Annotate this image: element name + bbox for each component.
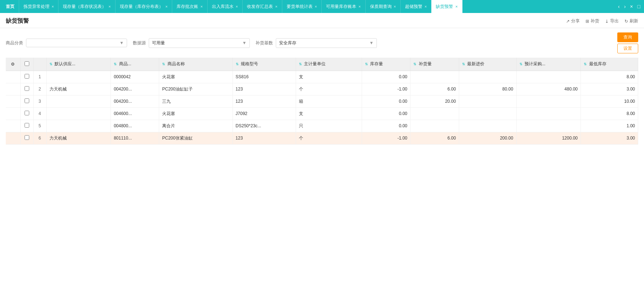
row-checkbox-cell[interactable] (20, 83, 33, 95)
row-est-purchase (516, 107, 581, 120)
replenish-base-filter-group: 补货基数 安全库存 ▼ (256, 38, 377, 48)
row-stock: 0.00 (362, 95, 410, 107)
col-est-purchase[interactable]: ⇅ 预计采购... (516, 58, 581, 71)
col-sort-icon-6: ⇅ (365, 62, 368, 66)
tab-abnormal-close[interactable]: × (52, 4, 54, 9)
query-button[interactable]: 查询 (617, 32, 638, 42)
row-supplier (46, 95, 111, 107)
replenish-base-select[interactable]: 安全库存 ▼ (276, 38, 377, 48)
tab-shortage-close[interactable]: × (455, 4, 457, 9)
settings-button[interactable]: 设置 (617, 44, 638, 53)
row-spec: 123 (232, 83, 296, 95)
col-checkbox[interactable] (20, 58, 33, 71)
row-checkbox-cell[interactable] (20, 107, 33, 120)
tab-available-ledger[interactable]: 可用量库存账本 × (322, 0, 365, 13)
row-checkbox[interactable] (25, 74, 29, 79)
tab-receive-summary-close[interactable]: × (275, 4, 277, 9)
col-unit[interactable]: ⇅ 主计量单位 (296, 58, 362, 71)
row-spec: DS250*23c... (232, 120, 296, 132)
table-body: 1 0000042 火花塞 SS816 支 0.00 8.00 2 力天机械 0… (6, 71, 638, 144)
row-replenish-qty (410, 71, 459, 83)
tab-shortage-label: 缺货预警 (436, 4, 453, 10)
row-product-name: 火花塞 (159, 71, 232, 83)
tab-overstock[interactable]: 超储预警 × (401, 0, 431, 13)
col-default-supplier[interactable]: ⇅ 默认供应... (46, 58, 111, 71)
col-latest-price[interactable]: ⇅ 最新进价 (459, 58, 516, 71)
tab-order-stats[interactable]: 要货单统计表 × (282, 0, 322, 13)
col-default-supplier-label: 默认供应... (55, 61, 75, 66)
row-replenish-qty: 6.00 (410, 83, 459, 95)
col-stock[interactable]: ⇅ 库存量 (362, 58, 410, 71)
datasource-label: 数据源 (133, 40, 146, 46)
tab-available-ledger-close[interactable]: × (358, 4, 361, 9)
col-sort-icon-8: ⇅ (462, 62, 465, 66)
tab-order-stats-close[interactable]: × (315, 4, 317, 9)
tab-expiry-close[interactable]: × (394, 4, 396, 9)
share-icon: ↗ (566, 19, 570, 24)
table-row: 4 004600... 火花塞 J7092 支 0.00 8.00 (6, 107, 638, 120)
row-checkbox[interactable] (25, 135, 29, 140)
tab-shortage[interactable]: 缺货预警 × (431, 0, 462, 13)
row-stock: -1.00 (362, 83, 410, 95)
row-product-name: PC200张紧油缸 (159, 132, 232, 144)
row-latest-price (459, 95, 516, 107)
tab-abnormal[interactable]: 拣货异常处理 × (19, 0, 58, 13)
tab-abnormal-label: 拣货异常处理 (23, 4, 49, 10)
tab-expiry[interactable]: 保质期查询 × (366, 0, 401, 13)
row-checkbox[interactable] (25, 86, 29, 91)
tab-expiry-label: 保质期查询 (370, 4, 392, 10)
tab-overstock-close[interactable]: × (425, 4, 427, 9)
share-button[interactable]: ↗ 分享 (566, 18, 580, 24)
row-latest-price (459, 120, 516, 132)
tab-home-label: 首页 (6, 4, 14, 10)
row-spec: SS816 (232, 71, 296, 83)
col-product-name[interactable]: ⇅ 商品名称 (159, 58, 232, 71)
row-product-name: PC200油缸缸子 (159, 83, 232, 95)
row-num: 2 (33, 83, 46, 95)
row-checkbox-cell[interactable] (20, 120, 33, 132)
row-stock: 0.00 (362, 71, 410, 83)
row-stock: 0.00 (362, 120, 410, 132)
tab-inout-flow[interactable]: 出入库流水 × (208, 0, 243, 13)
tab-close-all-btn[interactable]: × (628, 4, 635, 9)
row-checkbox-cell[interactable] (20, 95, 33, 107)
tab-inventory-status[interactable]: 现存量（库存状况表） × (58, 0, 115, 13)
category-select[interactable]: ▼ (26, 39, 127, 47)
tab-overstock-label: 超储预警 (405, 4, 422, 10)
share-label: 分享 (571, 18, 580, 24)
row-replenish-qty: 20.00 (410, 95, 459, 107)
col-replenish-qty[interactable]: ⇅ 补货量 (410, 58, 459, 71)
tab-order-stats-label: 要货单统计表 (287, 4, 313, 10)
col-min-stock-label: 最低库存 (589, 61, 606, 66)
export-button[interactable]: ⤓ 导出 (605, 18, 619, 24)
row-unit: 个 (296, 132, 362, 144)
col-product-code[interactable]: ⇅ 商品... (111, 58, 159, 71)
refresh-button[interactable]: ↻ 刷新 (625, 18, 638, 24)
tab-receive-summary[interactable]: 收发存汇总表 × (243, 0, 282, 13)
tab-inventory-dist[interactable]: 现存量（库存分布表） × (116, 0, 172, 13)
row-est-purchase (516, 71, 581, 83)
tab-home[interactable]: 首页 (1, 0, 19, 13)
tab-next-btn[interactable]: › (622, 4, 628, 9)
col-gear[interactable]: ⚙ (6, 58, 20, 71)
tab-prev-btn[interactable]: ‹ (616, 4, 622, 9)
tab-inventory-dist-close[interactable]: × (165, 4, 167, 9)
col-unit-label: 主计量单位 (304, 61, 326, 66)
row-unit: 只 (296, 120, 362, 132)
row-checkbox-cell[interactable] (20, 71, 33, 83)
tab-batch[interactable]: 库存批次账 × (172, 0, 207, 13)
replenish-button[interactable]: ⊞ 补货 (586, 18, 599, 24)
tab-inventory-status-close[interactable]: × (108, 4, 110, 9)
row-checkbox[interactable] (25, 111, 29, 115)
col-stock-label: 库存量 (370, 61, 383, 66)
col-min-stock[interactable]: ⇅ 最低库存 (581, 58, 638, 71)
datasource-select[interactable]: 可用量 ▼ (149, 38, 250, 48)
select-all-checkbox[interactable] (25, 61, 29, 66)
tab-inout-flow-close[interactable]: × (236, 4, 238, 9)
row-checkbox[interactable] (25, 98, 29, 103)
tab-batch-close[interactable]: × (200, 4, 203, 9)
col-spec[interactable]: ⇅ 规格型号 (232, 58, 296, 71)
tab-maximize-btn[interactable]: □ (635, 4, 643, 9)
row-checkbox-cell[interactable] (20, 132, 33, 144)
row-checkbox[interactable] (25, 123, 29, 128)
